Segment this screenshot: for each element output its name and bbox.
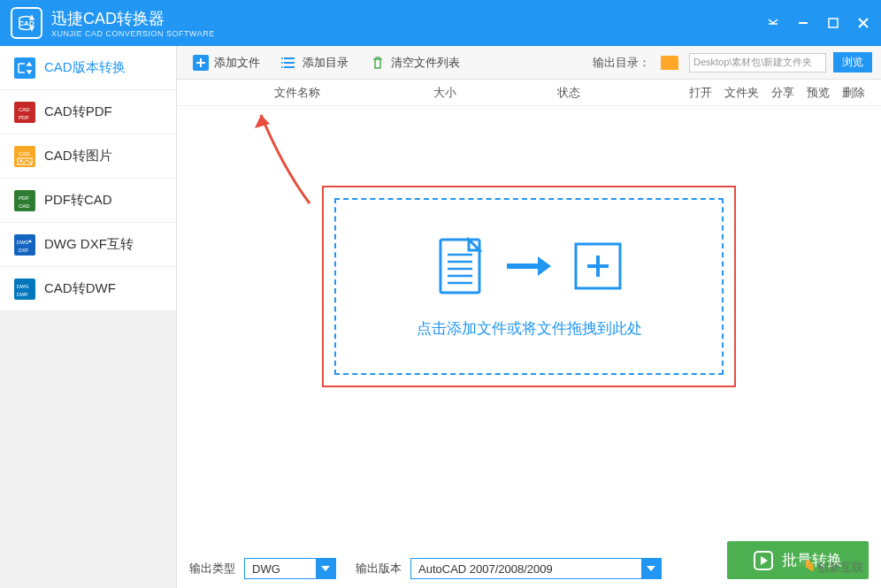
col-size: 大小: [433, 85, 557, 101]
output-version-label: 输出版本: [356, 561, 402, 577]
svg-text:PDF: PDF: [19, 195, 29, 201]
svg-text:CAD: CAD: [19, 151, 30, 157]
add-file-button[interactable]: 添加文件: [186, 51, 267, 74]
add-file-icon: [193, 55, 209, 71]
svg-point-20: [281, 57, 283, 59]
sidebar: CAD版本转换 CADPDF CAD转PDF CAD CAD转图片 PDFCAD…: [0, 46, 177, 588]
svg-text:CAD: CAD: [19, 203, 30, 209]
sidebar-item-cad-dwf[interactable]: DWGDWF CAD转DWF: [0, 267, 176, 311]
file-list-area: 点击添加文件或将文件拖拽到此处: [177, 106, 881, 549]
app-title: 迅捷CAD转换器: [51, 8, 766, 29]
toolbar: 添加文件 添加目录 清空文件列表 输出目录： Desktop\素材包\新建文件夹…: [177, 46, 881, 80]
col-filename: 文件名称: [186, 85, 433, 101]
cad-dwf-icon: DWGDWF: [14, 279, 35, 300]
sidebar-item-dwg-dxf[interactable]: DWGDXF DWG DXF互转: [0, 223, 176, 267]
col-share: 分享: [771, 85, 794, 101]
svg-rect-1: [829, 19, 838, 27]
svg-point-21: [281, 62, 283, 64]
dropzone[interactable]: 点击添加文件或将文件拖拽到此处: [334, 198, 724, 375]
plus-box-icon: [571, 240, 624, 293]
svg-text:DXF: DXF: [19, 248, 29, 253]
batch-convert-button[interactable]: 批量转换: [727, 541, 869, 579]
cad-version-icon: [14, 57, 35, 79]
svg-text:CAD: CAD: [19, 107, 30, 112]
dropdown-icon[interactable]: [766, 16, 780, 30]
svg-point-22: [281, 66, 283, 68]
folder-icon: [661, 56, 678, 70]
col-status: 状态: [557, 85, 663, 101]
minimize-button[interactable]: [796, 16, 810, 30]
sidebar-item-cad-pdf[interactable]: CADPDF CAD转PDF: [0, 90, 176, 134]
sidebar-label: DWG DXF互转: [44, 236, 134, 253]
output-version-select[interactable]: AutoCAD 2007/2008/2009: [410, 558, 662, 579]
dropzone-text: 点击添加文件或将文件拖拽到此处: [417, 318, 642, 339]
sidebar-label: CAD转图片: [44, 148, 112, 164]
sidebar-item-pdf-cad[interactable]: PDFCAD PDF转CAD: [0, 179, 176, 223]
maximize-button[interactable]: [826, 16, 840, 30]
column-headers: 文件名称 大小 状态 打开 文件夹 分享 预览 删除: [177, 80, 881, 106]
close-button[interactable]: [856, 16, 870, 30]
annotation-arrow: [221, 97, 327, 221]
titlebar: CAD 迅捷CAD转换器 XUNJIE CAD CONVERSION SOFTW…: [0, 0, 881, 46]
svg-text:DWG: DWG: [17, 284, 28, 289]
sidebar-label: CAD转PDF: [44, 103, 112, 120]
svg-point-9: [20, 159, 23, 162]
svg-text:DWG: DWG: [17, 240, 28, 245]
output-type-select[interactable]: DWG: [244, 558, 336, 579]
output-type-label: 输出类型: [189, 561, 235, 577]
app-logo: CAD: [11, 7, 42, 39]
chevron-down-icon: [316, 559, 335, 578]
add-dir-button[interactable]: 添加目录: [274, 51, 356, 74]
cad-pdf-icon: CADPDF: [14, 102, 35, 123]
col-folder: 文件夹: [724, 85, 759, 101]
cad-image-icon: CAD: [14, 146, 35, 167]
dwg-dxf-icon: DWGDXF: [14, 234, 35, 256]
dropzone-highlight: 点击添加文件或将文件拖拽到此处: [322, 186, 736, 387]
document-icon: [433, 235, 486, 297]
svg-text:DWF: DWF: [17, 292, 28, 297]
play-icon: [754, 551, 773, 570]
app-subtitle: XUNJIE CAD CONVERSION SOFTWARE: [51, 29, 766, 38]
svg-text:PDF: PDF: [19, 115, 29, 120]
sidebar-label: CAD转DWF: [44, 280, 116, 297]
browse-button[interactable]: 浏览: [833, 52, 872, 73]
sidebar-item-cad-image[interactable]: CAD CAD转图片: [0, 134, 176, 179]
clear-list-button[interactable]: 清空文件列表: [363, 51, 467, 74]
output-dir-label: 输出目录：: [593, 55, 650, 71]
sidebar-label: CAD版本转换: [44, 59, 126, 76]
arrow-right-icon: [502, 253, 555, 279]
sidebar-item-cad-version[interactable]: CAD版本转换: [0, 46, 176, 90]
svg-rect-2: [14, 57, 35, 79]
col-open: 打开: [689, 85, 712, 101]
trash-icon: [370, 55, 386, 71]
col-delete: 删除: [842, 85, 865, 101]
pdf-cad-icon: PDFCAD: [14, 190, 35, 211]
sidebar-label: PDF转CAD: [44, 192, 112, 209]
output-path-input[interactable]: Desktop\素材包\新建文件夹: [689, 53, 826, 73]
list-icon: [281, 55, 297, 71]
col-preview: 预览: [807, 85, 830, 101]
chevron-down-icon: [641, 559, 661, 578]
svg-text:CAD: CAD: [19, 19, 34, 27]
